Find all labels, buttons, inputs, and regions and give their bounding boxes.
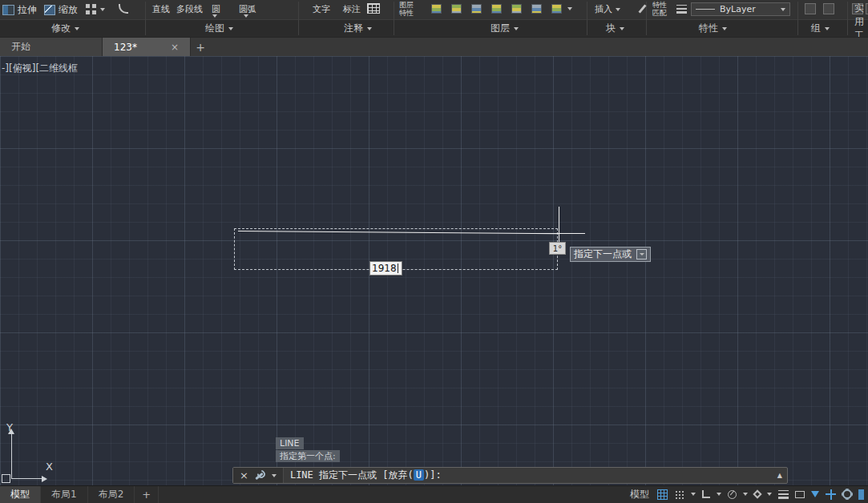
insert-block-label[interactable]: 插入 — [595, 4, 612, 14]
ribbon: 拉伸 缩放 直线 多段线 圆 圆弧 文字 标注 图层 特性 — [0, 0, 868, 37]
circle-dropdown-icon[interactable] — [212, 14, 217, 18]
crosshair-horizontal — [533, 233, 585, 234]
chevron-down-icon — [722, 27, 727, 30]
clipped-status-icon[interactable] — [858, 489, 864, 500]
drawing-canvas[interactable] — [0, 56, 868, 485]
chevron-down-icon — [75, 27, 79, 30]
arc-tool-label[interactable]: 圆弧 — [239, 4, 256, 14]
options-arrow-icon[interactable] — [636, 249, 647, 260]
dimension-tool-label[interactable]: 标注 — [343, 4, 361, 14]
ungroup-icon[interactable] — [823, 3, 834, 14]
layout2-tab[interactable]: 布局2 — [88, 486, 135, 503]
panel-divider — [587, 2, 587, 35]
layer-lock-icon[interactable] — [491, 4, 502, 14]
tab-drawing-123[interactable]: 123* × — [103, 38, 191, 56]
layer-match-icon[interactable] — [531, 4, 542, 14]
model-tab[interactable]: 模型 — [0, 486, 41, 503]
line-tool-label[interactable]: 直线 — [152, 4, 170, 14]
table-icon[interactable] — [367, 3, 380, 14]
polar-tracking-icon[interactable] — [728, 490, 737, 499]
dynamic-input-field[interactable]: 1918 — [369, 261, 402, 276]
layer-isolate-icon[interactable] — [451, 4, 462, 14]
chevron-down-icon — [825, 27, 830, 30]
scale-button[interactable]: 缩放 — [44, 2, 78, 17]
match-properties-icon[interactable] — [638, 4, 646, 13]
selection-cycling-icon[interactable] — [795, 491, 805, 498]
option-key-undo[interactable]: U — [414, 469, 424, 481]
lineweight-list-icon[interactable] — [676, 5, 687, 14]
panel-divider — [394, 2, 394, 35]
layer-walk-icon[interactable] — [551, 4, 562, 14]
osnap-dropdown-icon[interactable] — [767, 493, 772, 496]
insert-dropdown-icon[interactable] — [616, 8, 620, 11]
annotation-visibility-icon[interactable] — [826, 489, 836, 500]
new-drawing-button[interactable]: + — [191, 38, 210, 56]
ucs-x-label: X — [46, 461, 53, 473]
array-icon[interactable] — [86, 4, 96, 14]
panel-group[interactable]: 组 — [811, 22, 830, 34]
scale-label: 缩放 — [59, 3, 78, 17]
wrench-icon[interactable] — [255, 470, 265, 481]
tab-start[interactable]: 开始 — [0, 38, 103, 56]
panel-draw[interactable]: 绘图 — [205, 22, 233, 34]
ortho-dropdown-icon[interactable] — [717, 493, 721, 496]
annotation-scale-icon[interactable] — [811, 491, 819, 497]
layout1-tab[interactable]: 布局1 — [41, 486, 88, 503]
ucs-y-arrow-icon — [8, 429, 14, 434]
stretch-icon — [2, 5, 14, 15]
panel-properties[interactable]: 特性 — [699, 22, 727, 34]
active-command: LINE — [290, 469, 313, 481]
panel-divider — [145, 2, 146, 35]
match-properties-button[interactable]: 特性 匹配 — [652, 1, 667, 17]
snap-mode-icon[interactable] — [674, 489, 684, 500]
text-tool-label[interactable]: 文字 — [313, 4, 330, 14]
stretch-label: 拉伸 — [18, 3, 37, 17]
angle-readout: 1° — [549, 242, 566, 255]
object-color-value: ByLayer — [720, 4, 756, 14]
ortho-mode-icon[interactable] — [702, 490, 710, 498]
polar-dropdown-icon[interactable] — [743, 493, 748, 496]
close-tab-icon[interactable]: × — [171, 42, 179, 53]
ucs-x-arrow-icon — [42, 476, 47, 482]
history-command-badge: LINE — [276, 437, 304, 449]
new-layout-button[interactable]: + — [135, 486, 159, 503]
autocad-window: 拉伸 缩放 直线 多段线 圆 圆弧 文字 标注 图层 特性 — [0, 0, 868, 503]
panel-layers[interactable]: 图层 — [491, 22, 519, 34]
panel-modify[interactable]: 修改 — [51, 22, 79, 34]
arc-dropdown-icon[interactable] — [244, 14, 248, 18]
layer-off-icon[interactable] — [511, 4, 522, 14]
snap-dropdown-icon[interactable] — [691, 493, 696, 496]
layer-freeze-icon[interactable] — [471, 4, 482, 14]
circle-tool-label[interactable]: 圆 — [212, 4, 220, 14]
panel-divider — [646, 2, 647, 35]
polyline-tool-label[interactable]: 多段线 — [176, 4, 203, 14]
chevron-down-icon — [367, 27, 372, 30]
group-icon[interactable] — [805, 3, 816, 14]
layer-state-icon[interactable] — [431, 4, 442, 14]
panel-annotate[interactable]: 注释 — [344, 22, 372, 34]
stretch-button[interactable]: 拉伸 — [2, 2, 37, 17]
close-icon[interactable]: × — [240, 470, 248, 481]
array-dropdown-icon[interactable] — [100, 8, 105, 11]
object-snap-icon[interactable] — [753, 489, 761, 498]
workspace-gear-icon[interactable] — [842, 489, 852, 499]
ucs-origin-icon — [2, 474, 10, 483]
expand-history-icon[interactable]: ▲ — [777, 472, 787, 479]
chevron-down-icon — [620, 27, 624, 30]
recent-commands-icon[interactable] — [272, 474, 277, 477]
fillet-icon[interactable] — [119, 4, 128, 14]
command-prompt[interactable]: LINE 指定下一点或 [放弃(U)]: — [290, 469, 442, 482]
lineweight-toggle-icon[interactable] — [778, 490, 789, 499]
viewport-controls[interactable]: -][俯视][二维线框 — [2, 62, 78, 75]
command-line[interactable]: × LINE 指定下一点或 [放弃(U)]: ▲ — [232, 467, 788, 484]
panel-utilities[interactable]: 实用工具 — [854, 22, 868, 34]
object-color-dropdown[interactable]: ByLayer — [691, 2, 790, 16]
model-space-toggle[interactable]: 模型 — [630, 488, 649, 501]
cursor-prompt-tooltip: 指定下一点或 — [570, 247, 651, 262]
layer-dropdown-icon[interactable] — [567, 7, 572, 10]
chevron-down-icon — [514, 27, 519, 30]
grid-display-icon[interactable] — [657, 489, 668, 500]
panel-block[interactable]: 块 — [606, 22, 624, 34]
layer-properties-button[interactable]: 图层 特性 — [399, 1, 414, 17]
line-sample-icon — [696, 9, 715, 10]
